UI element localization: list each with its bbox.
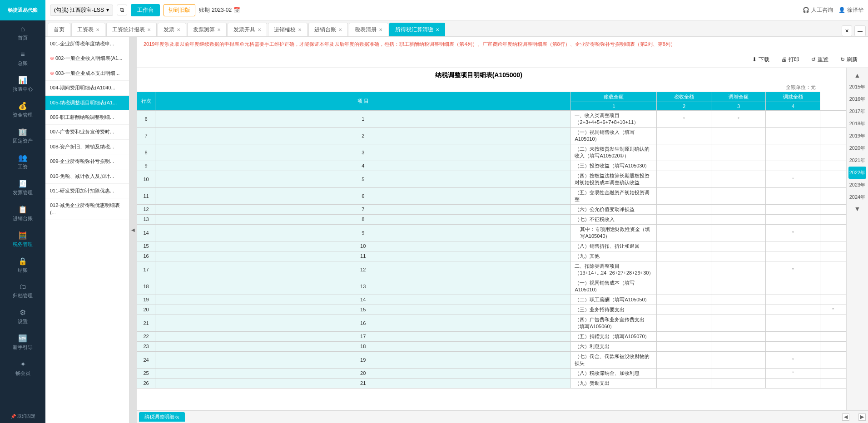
row-item-text[interactable]: （四）广告费和业务宣传费支出（填写A105060） (571, 315, 657, 331)
sidebar-item-reports[interactable]: 📊 报表中心 (0, 71, 45, 97)
row-item-text[interactable]: 二、扣除类调整项目（13+14+...24+26+27+28+29+30） (571, 261, 657, 278)
pin-button[interactable]: 📌 取消固定 (10, 409, 35, 423)
row-val-2[interactable] (711, 241, 766, 251)
workspace-button[interactable]: 工作台 (131, 4, 160, 16)
row-val-4[interactable] (820, 315, 846, 331)
year-item[interactable]: 2024年 (848, 191, 866, 203)
row-item-text[interactable]: （二）职工薪酬（填写A105050） (571, 295, 657, 305)
row-item-text[interactable]: （八）销售折扣、折让和退回 (571, 241, 657, 251)
row-val-1[interactable] (657, 305, 711, 315)
minimize-button[interactable]: — (854, 25, 866, 36)
row-val-4[interactable] (820, 368, 846, 378)
tab-tax-clear-close[interactable]: ✕ (379, 27, 382, 32)
row-val-1[interactable] (657, 315, 711, 331)
row-val-4[interactable] (820, 295, 846, 305)
sidebar-item-guide[interactable]: 🆕 新手引导 (0, 330, 45, 355)
row-val-2[interactable] (711, 315, 766, 331)
user-menu[interactable]: 👤 徐泽华 (838, 6, 863, 14)
row-val-4[interactable] (820, 187, 846, 204)
row-item-text[interactable]: （五）交易性金融资产初始投资调整 (571, 187, 657, 204)
year-item[interactable]: 2018年 (848, 118, 866, 130)
row-val-1[interactable] (657, 261, 711, 278)
row-item-text[interactable]: （七）罚金、罚款和被没收财物的损失 (571, 351, 657, 368)
row-val-2[interactable] (711, 161, 766, 171)
row-val-2[interactable] (711, 378, 766, 388)
row-val-1[interactable] (657, 144, 711, 161)
row-val-1[interactable] (657, 224, 711, 241)
left-item-006[interactable]: 006-职工薪酬纳税调整明细... (45, 110, 129, 125)
row-val-4[interactable] (820, 171, 846, 187)
row-val-2[interactable] (711, 331, 766, 341)
row-item-text[interactable]: （三）业务招待要支出 (571, 305, 657, 315)
tab-purchase-check-close[interactable]: ✕ (298, 27, 302, 32)
year-down-arrow[interactable]: ▼ (853, 203, 863, 214)
sidebar-item-invoice-mgmt[interactable]: 🧾 发票管理 (0, 175, 45, 201)
row-val-3[interactable] (766, 315, 820, 331)
row-val-4[interactable] (820, 378, 846, 388)
row-val-3[interactable] (766, 187, 820, 204)
row-item-text[interactable]: （六）公允价值变动净损益 (571, 204, 657, 214)
row-val-1[interactable] (657, 204, 711, 214)
sidebar-item-close[interactable]: 🔒 结账 (0, 252, 45, 278)
tab-income-tax-close[interactable]: ✕ (436, 27, 439, 32)
row-val-3[interactable] (766, 278, 820, 295)
row-val-2[interactable]: * (711, 110, 766, 127)
tab-home[interactable]: 首页 (48, 23, 70, 36)
tab-payroll-report-close[interactable]: ✕ (147, 27, 151, 32)
row-val-2[interactable] (711, 187, 766, 204)
table-container[interactable]: 纳税调整项目明细表(A105000) 全额单位：元 行次 项 目 账载全额 税收… (137, 68, 846, 411)
left-item-005[interactable]: 005-纳税调整项目明细表(A1... (45, 96, 129, 110)
tab-income-tax[interactable]: 所得税汇算清缴 ✕ (389, 23, 445, 36)
row-val-2[interactable] (711, 351, 766, 368)
row-val-3[interactable] (766, 144, 820, 161)
sidebar-item-home[interactable]: ⌂ 首页 (0, 20, 45, 46)
tab-invoice-calc[interactable]: 发票测算 ✕ (187, 23, 227, 36)
row-val-4[interactable] (820, 241, 846, 251)
row-val-1[interactable] (657, 161, 711, 171)
year-item[interactable]: 2020年 (848, 142, 866, 154)
row-val-3[interactable]: * (766, 368, 820, 378)
row-val-3[interactable] (766, 127, 820, 144)
row-item-text[interactable]: （九）其他 (571, 251, 657, 261)
left-item-001[interactable]: 001-企业所得税年度纳税申... (45, 37, 129, 51)
row-val-1[interactable] (657, 127, 711, 144)
left-item-011[interactable]: 011-研发费用加计扣除优惠... (45, 184, 129, 198)
row-val-4[interactable] (820, 214, 846, 224)
row-val-4[interactable] (820, 331, 846, 341)
row-val-1[interactable] (657, 171, 711, 187)
bottom-tab[interactable]: 纳税调整明细表 (139, 412, 185, 422)
oldver-button[interactable]: 切到旧版 (164, 4, 195, 16)
row-val-3[interactable] (766, 110, 820, 127)
year-item[interactable]: 2019年 (848, 130, 866, 142)
row-val-3[interactable] (766, 305, 820, 315)
row-val-4[interactable] (820, 110, 846, 127)
left-item-003[interactable]: ⊗003-一般企业成本支出明细... (45, 66, 129, 81)
row-val-1[interactable] (657, 331, 711, 341)
row-val-3[interactable] (766, 251, 820, 261)
left-item-002[interactable]: ⊗002-一般企业收入明细表(A1... (45, 51, 129, 66)
year-item[interactable]: 2015年 (848, 81, 866, 93)
row-val-2[interactable] (711, 224, 766, 241)
reset-button[interactable]: ↺ 重置 (808, 54, 832, 65)
row-val-2[interactable] (711, 204, 766, 214)
tab-tax-clear[interactable]: 税表清册 ✕ (349, 23, 388, 36)
row-val-4[interactable] (820, 341, 846, 351)
row-val-2[interactable] (711, 214, 766, 224)
sidebar-item-purchase-sales[interactable]: 📋 进销台账 (0, 201, 45, 226)
tab-purchase-ledger[interactable]: 进销台账 ✕ (308, 23, 348, 36)
tab-invoice-close[interactable]: ✕ (177, 27, 180, 32)
left-item-009[interactable]: 009-企业所得税弥补亏损明... (45, 154, 129, 169)
row-val-2[interactable] (711, 295, 766, 305)
sidebar-item-tax-mgmt[interactable]: 🧮 税务管理 (0, 226, 45, 252)
row-item-text[interactable]: （七）不征税收入 (571, 214, 657, 224)
row-val-3[interactable] (766, 161, 820, 171)
row-val-1[interactable] (657, 251, 711, 261)
row-val-2[interactable] (711, 368, 766, 378)
row-val-2[interactable] (711, 305, 766, 315)
tab-payroll-report[interactable]: 工资统计报表 ✕ (106, 23, 157, 36)
row-val-3[interactable] (766, 204, 820, 214)
row-val-3[interactable] (766, 378, 820, 388)
close-all-button[interactable]: ✕ (842, 25, 852, 36)
row-item-text[interactable]: 一、收入类调整项目（2+3+4+5+6+7+8+10+11） (571, 110, 657, 127)
row-val-3[interactable]: * (766, 351, 820, 368)
